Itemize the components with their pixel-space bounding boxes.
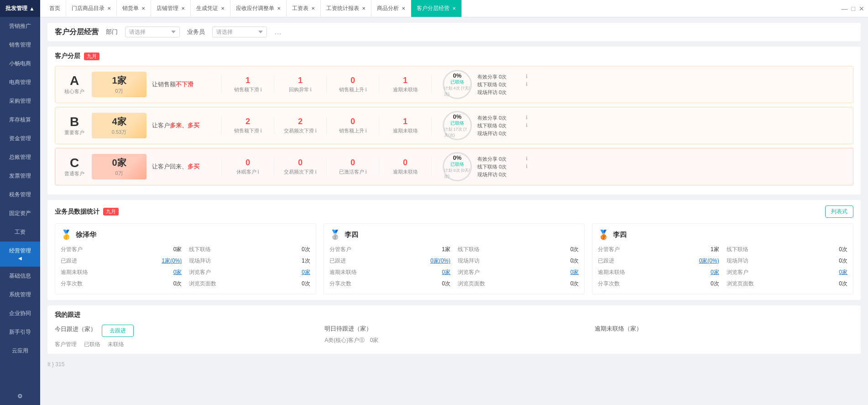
tier-a-rs1-info[interactable]: ℹ bbox=[526, 74, 528, 80]
staff-1-value-fxcs: 0次 bbox=[173, 280, 182, 288]
staff-3-value-yqwll[interactable]: 0家 bbox=[711, 268, 719, 276]
tier-a-slogan: 让销售额不下滑 bbox=[152, 80, 216, 89]
tier-b-stat1-info[interactable]: ℹ bbox=[260, 128, 262, 134]
sidebar-item-zzgl[interactable]: 总账管理 bbox=[0, 148, 40, 167]
tier-a-stat2-num: 1 bbox=[298, 76, 303, 85]
tab-home[interactable]: 首页 bbox=[44, 0, 66, 17]
tier-b-rs2: 线下联络 0次ℹ bbox=[477, 122, 528, 129]
tier-b-stat3[interactable]: 0 销售额上升 ℹ bbox=[332, 117, 373, 134]
sidebar-item-gz[interactable]: 工资 bbox=[0, 223, 40, 242]
sidebar-item-qyxt[interactable]: 企业协同 bbox=[0, 304, 40, 323]
tier-b-stat1[interactable]: 2 销售额下滑 ℹ bbox=[227, 117, 268, 134]
dept-label: 部门 bbox=[106, 28, 118, 36]
staff-1-value-yqwll[interactable]: 0家 bbox=[173, 268, 182, 276]
tab-close-product-analysis[interactable]: ✕ bbox=[402, 6, 405, 11]
overdue-block: 逾期未联络（家） bbox=[595, 325, 853, 337]
sidebar-item-xcdsc[interactable]: 小畅电商 bbox=[0, 54, 40, 73]
sidebar-item-xsgl[interactable]: 销售管理 bbox=[0, 36, 40, 54]
tab-store-products[interactable]: 门店商品目录 ✕ bbox=[66, 0, 117, 17]
sidebar-item-yxty[interactable]: 营销推广 bbox=[0, 17, 40, 36]
staff-2-value-llkh[interactable]: 0家 bbox=[570, 268, 579, 276]
tier-b-count-block[interactable]: 4家 0.53万 bbox=[92, 113, 146, 138]
staff-3-stat-row-3: 逾期未联络 0家 bbox=[598, 268, 719, 277]
tier-b-circle-label: 已联络 bbox=[450, 120, 464, 126]
tier-b-stat2[interactable]: 2 交易频次下滑 ℹ bbox=[280, 117, 321, 134]
tier-a-stat3-info[interactable]: ℹ bbox=[365, 87, 367, 93]
dept-select[interactable]: 请选择 bbox=[125, 26, 180, 37]
tier-c-stat1-info[interactable]: ℹ bbox=[257, 169, 259, 175]
tier-a-stat2-info[interactable]: ℹ bbox=[310, 87, 312, 93]
tier-a-stat4[interactable]: 1 逾期未联络 bbox=[385, 76, 426, 93]
tab-close-store-mgmt[interactable]: ✕ bbox=[181, 6, 185, 11]
tier-a-rs2-info[interactable]: ℹ bbox=[526, 81, 528, 88]
tier-b-circle-pct: 0% bbox=[453, 113, 462, 120]
tab-close-sales-order[interactable]: ✕ bbox=[141, 6, 145, 11]
staff-1-stat-row-2: 已跟进 1家(0%) bbox=[61, 256, 182, 266]
tier-c-stat4[interactable]: 0 逾期未联络 bbox=[385, 158, 426, 175]
sidebar-item-fpgl[interactable]: 发票管理 bbox=[0, 167, 40, 185]
sidebar-item-xsyp[interactable]: 新手引导 bbox=[0, 323, 40, 342]
tier-c-count-block[interactable]: 0家 0万 bbox=[92, 154, 146, 179]
tier-c-stat2-info[interactable]: ℹ bbox=[315, 169, 317, 175]
staff-3-medal: 🥉 bbox=[598, 229, 609, 240]
tier-c-stat3-info[interactable]: ℹ bbox=[365, 169, 367, 175]
tier-c-stat3[interactable]: 0 已激活客户 ℹ bbox=[332, 158, 373, 175]
tab-voucher[interactable]: 生成凭证 ✕ bbox=[191, 0, 230, 17]
tab-ar-ap[interactable]: 应收应付调整单 ✕ bbox=[230, 0, 287, 17]
sidebar-settings[interactable]: ⚙ bbox=[0, 387, 40, 405]
staff-3-value-yjj[interactable]: 0家(0%) bbox=[699, 257, 719, 265]
tab-close-ar-ap[interactable]: ✕ bbox=[277, 6, 281, 11]
sidebar-item-swgl[interactable]: 税务管理 bbox=[0, 185, 40, 204]
tier-b-stat4[interactable]: 1 逾期未联络 bbox=[385, 117, 426, 134]
staff-1-label-fgkh: 分管客户 bbox=[61, 246, 83, 253]
sidebar-item-kchj[interactable]: 库存核算 bbox=[0, 110, 40, 129]
staff-2-value-yjj[interactable]: 0家(0%) bbox=[430, 257, 450, 265]
sidebar-header[interactable]: 批发管理 ▲ bbox=[0, 0, 40, 17]
tier-c-stat1[interactable]: 0 休眠客户 ℹ bbox=[227, 158, 268, 175]
goto-followup-button[interactable]: 去跟进 bbox=[102, 325, 134, 337]
tier-a-stat1[interactable]: 1 销售额下滑 ℹ bbox=[227, 76, 268, 93]
tier-a-stat1-info[interactable]: ℹ bbox=[260, 87, 262, 93]
sidebar-item-xtgl[interactable]: 系统管理 bbox=[0, 285, 40, 304]
tier-a-stat2[interactable]: 1 回购异常 ℹ bbox=[280, 76, 321, 93]
tier-c-stat2[interactable]: 0 交易频次下滑 ℹ bbox=[280, 158, 321, 175]
tab-close-payroll-report[interactable]: ✕ bbox=[362, 6, 366, 11]
tab-minimize-icon[interactable]: — bbox=[842, 5, 848, 12]
tab-sales-order[interactable]: 销货单 ✕ bbox=[117, 0, 151, 17]
sidebar-item-jcxx[interactable]: 基础信息 bbox=[0, 267, 40, 285]
tier-b-stat2-info[interactable]: ℹ bbox=[315, 128, 317, 134]
tier-b-rs2-info[interactable]: ℹ bbox=[526, 122, 528, 129]
tier-b-rs1-info[interactable]: ℹ bbox=[526, 115, 528, 121]
tab-maximize-icon[interactable]: □ bbox=[852, 5, 855, 12]
page-header: 客户分层经营 部门 请选择 业务员 请选择 … bbox=[47, 23, 861, 41]
staff-1-value-yjj[interactable]: 1家(0%) bbox=[162, 257, 182, 265]
sidebar-item-dscgl[interactable]: 电商管理 bbox=[0, 73, 40, 92]
list-view-button[interactable]: 列表式 bbox=[825, 205, 853, 218]
sidebar-item-gdzy[interactable]: 固定资产 bbox=[0, 204, 40, 223]
sidebar-item-zjgl[interactable]: 资金管理 bbox=[0, 129, 40, 148]
staff-1-value-llkh[interactable]: 0家 bbox=[302, 268, 310, 276]
tier-a-count-block[interactable]: 1家 0万 bbox=[92, 72, 146, 97]
sidebar-item-yyyp[interactable]: 云应用 bbox=[0, 342, 40, 360]
tab-close-all-icon[interactable]: ✕ bbox=[859, 5, 864, 12]
staff-3-value-llkh[interactable]: 0家 bbox=[839, 268, 847, 276]
tier-c-rs2-info[interactable]: ℹ bbox=[526, 163, 528, 170]
tier-a-stat3[interactable]: 0 销售额上升 ℹ bbox=[332, 76, 373, 93]
tier-b-stat3-info[interactable]: ℹ bbox=[365, 128, 367, 134]
tab-store-mgmt[interactable]: 店铺管理 ✕ bbox=[151, 0, 191, 17]
sidebar-item-jygl[interactable]: 经营管理 ◀ bbox=[0, 242, 40, 267]
tab-close-payroll[interactable]: ✕ bbox=[311, 6, 315, 11]
staff-2-name: 李四 bbox=[345, 231, 358, 239]
tab-payroll[interactable]: 工资表 ✕ bbox=[287, 0, 321, 17]
filter-more-icon[interactable]: … bbox=[274, 28, 282, 36]
tab-close-store-products[interactable]: ✕ bbox=[107, 6, 111, 11]
tab-close-voucher[interactable]: ✕ bbox=[221, 6, 225, 11]
tab-close-customer-tier[interactable]: ✕ bbox=[452, 6, 456, 11]
staff-select[interactable]: 请选择 bbox=[212, 26, 267, 37]
tier-c-rs1-info[interactable]: ℹ bbox=[526, 156, 528, 163]
sidebar-item-cggl[interactable]: 采购管理 bbox=[0, 92, 40, 110]
staff-2-value-yqwll[interactable]: 0家 bbox=[442, 268, 450, 276]
tab-customer-tier[interactable]: 客户分层经营 ✕ bbox=[411, 0, 462, 17]
tab-product-analysis[interactable]: 商品分析 ✕ bbox=[371, 0, 411, 17]
tab-payroll-report[interactable]: 工资统计报表 ✕ bbox=[321, 0, 371, 17]
